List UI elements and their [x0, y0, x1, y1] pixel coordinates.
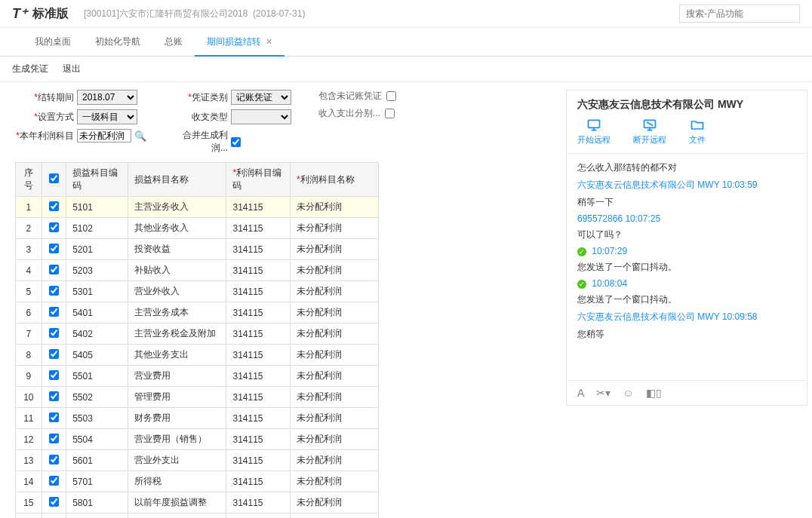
voucher-type-select[interactable]: 记账凭证 [231, 90, 291, 105]
table-row[interactable]: 12 5504营业费用（销售）314115未分配利润 [16, 429, 379, 450]
chat-line: ✓ 10:07:29 [577, 246, 796, 256]
row-checkbox[interactable] [49, 222, 59, 232]
chat-line: 怎么收入那结转的都不对 [577, 161, 796, 174]
profit-account-label: *本年利润科目 [15, 130, 74, 143]
col-code: 损益科目编码 [66, 163, 128, 197]
table-row[interactable]: 10 5502管理费用314115未分配利润 [16, 387, 379, 408]
chat-panel: 六安惠友云信息技术有限公司 MWY 开始远程 断开远程 文件 [566, 90, 807, 406]
tab-总账[interactable]: 总账 [152, 28, 195, 56]
table-row[interactable]: 3 5201投资收益314115未分配利润 [16, 239, 379, 260]
table-row-empty: 16 [16, 513, 379, 519]
row-checkbox[interactable] [49, 349, 59, 359]
exit-button[interactable]: 退出 [63, 63, 81, 74]
include-unposted-label: 包含未记账凭证 [318, 90, 382, 103]
cut-tool[interactable]: ✂▾ [596, 387, 611, 399]
setting-select[interactable]: 一级科目 [77, 109, 137, 124]
svg-rect-0 [589, 120, 600, 127]
merge-profit-label: 合并生成利润... [169, 129, 228, 155]
col-name: 损益科目名称 [128, 163, 226, 197]
chat-line: ✓ 10:08:04 [577, 278, 796, 289]
chat-line: 稍等一下 [577, 196, 796, 209]
table-row[interactable]: 8 5405其他业务支出314115未分配利润 [16, 345, 379, 366]
col-seq: 序号 [16, 163, 42, 197]
table-row[interactable]: 5 5301营业外收入314115未分配利润 [16, 281, 379, 302]
table-row[interactable]: 11 5503财务费用314115未分配利润 [16, 408, 379, 429]
global-search[interactable] [679, 5, 800, 23]
edition-label: 标准版 [32, 6, 69, 22]
chat-line: 您发送了一个窗口抖动。 [577, 293, 796, 306]
table-row[interactable]: 7 5402主营业务税金及附加314115未分配利润 [16, 323, 379, 345]
row-checkbox[interactable] [49, 307, 59, 317]
table-row[interactable]: 13 5601营业外支出314115未分配利润 [16, 450, 379, 471]
table-row[interactable]: 15 5801以前年度损益调整314115未分配利润 [16, 492, 379, 513]
setting-label: *设置方式 [15, 111, 74, 124]
search-icon[interactable]: 🔍 [134, 130, 146, 142]
row-checkbox[interactable] [49, 476, 59, 486]
voucher-type-label: *凭证类别 [169, 91, 228, 104]
shake-tool[interactable]: ◧▯ [646, 387, 662, 399]
row-checkbox[interactable] [49, 391, 59, 401]
income-type-select[interactable] [231, 109, 291, 124]
row-checkbox[interactable] [49, 455, 59, 464]
table-row[interactable]: 1 5101主营业务收入314115未分配利润 [16, 197, 379, 218]
chat-title: 六安惠友云信息技术有限公司 MWY [577, 98, 796, 112]
income-split-label: 收入支出分别... [318, 107, 380, 120]
period-label: *结转期间 [15, 91, 74, 104]
col-pname: 利润科目名称 [290, 163, 378, 197]
row-checkbox[interactable] [49, 497, 59, 507]
include-unposted-checkbox[interactable] [386, 91, 396, 101]
row-checkbox[interactable] [49, 244, 59, 253]
generate-voucher-button[interactable]: 生成凭证 [12, 63, 48, 74]
period-select[interactable]: 2018.07 [77, 90, 137, 105]
end-remote-button[interactable]: 断开远程 [633, 118, 666, 146]
row-checkbox[interactable] [49, 328, 59, 338]
table-row[interactable]: 14 5701所得税314115未分配利润 [16, 471, 379, 492]
table-row[interactable]: 9 5501营业费用314115未分配利润 [16, 366, 379, 387]
app-logo: T⁺ [12, 5, 28, 22]
monitor-icon [586, 118, 601, 133]
search-input[interactable] [679, 5, 800, 23]
tab-我的桌面[interactable]: 我的桌面 [23, 28, 83, 56]
row-checkbox[interactable] [49, 201, 59, 211]
chat-line: 您稍等 [577, 328, 796, 341]
chat-line: 可以了吗？ [577, 228, 796, 241]
table-row[interactable]: 4 5203补贴收入314115未分配利润 [16, 260, 379, 281]
row-checkbox[interactable] [49, 370, 59, 380]
table-row[interactable]: 6 5401主营业务成本314115未分配利润 [16, 302, 379, 323]
company-info: [300101]六安市汇隆轩商贸有限公司2018 (2018-07-31) [84, 8, 305, 20]
tab-初始化导航[interactable]: 初始化导航 [83, 28, 152, 56]
emoji-tool[interactable]: ☺ [623, 387, 633, 399]
file-button[interactable]: 文件 [689, 118, 706, 146]
chat-messages: 怎么收入那结转的都不对六安惠友云信息技术有限公司 MWY 10:03:59稍等一… [567, 154, 807, 380]
row-checkbox[interactable] [49, 286, 59, 296]
action-toolbar: 生成凭证 退出 [0, 57, 812, 82]
merge-profit-checkbox[interactable] [231, 137, 241, 147]
col-pcode: 利润科目编码 [226, 163, 291, 197]
table-row[interactable]: 2 5102其他业务收入314115未分配利润 [16, 218, 379, 239]
start-remote-button[interactable]: 开始远程 [577, 118, 611, 146]
accounts-table: 序号 损益科目编码 损益科目名称 利润科目编码 利润科目名称 1 5101主营业… [15, 162, 379, 518]
tab-期间损益结转[interactable]: 期间损益结转✕ [195, 28, 285, 56]
row-checkbox[interactable] [49, 434, 59, 443]
chat-line: 六安惠友云信息技术有限公司 MWY 10:03:59 [577, 179, 796, 192]
income-type-label: 收支类型 [169, 111, 228, 124]
chat-line: 695572866 10:07:25 [577, 213, 796, 224]
close-icon[interactable]: ✕ [266, 37, 272, 46]
income-split-checkbox[interactable] [385, 109, 395, 118]
folder-icon [690, 118, 705, 133]
col-check[interactable] [42, 163, 66, 197]
profit-account-input[interactable] [77, 129, 131, 143]
main-tabs: 我的桌面初始化导航总账期间损益结转✕ [0, 28, 812, 57]
monitor-off-icon [642, 118, 657, 133]
filter-form: *结转期间 2018.07 *设置方式 一级科目 *本年利润科目 🔍 *凭证类别… [0, 82, 558, 162]
app-header: T⁺ 标准版 [300101]六安市汇隆轩商贸有限公司2018 (2018-07… [0, 0, 812, 28]
row-checkbox[interactable] [49, 265, 59, 274]
chat-line: 您发送了一个窗口抖动。 [577, 261, 796, 274]
chat-toolbar: A ✂▾ ☺ ◧▯ [567, 380, 807, 405]
chat-line: 六安惠友云信息技术有限公司 MWY 10:09:58 [577, 311, 796, 323]
font-tool[interactable]: A [577, 387, 584, 399]
row-checkbox[interactable] [49, 412, 59, 422]
